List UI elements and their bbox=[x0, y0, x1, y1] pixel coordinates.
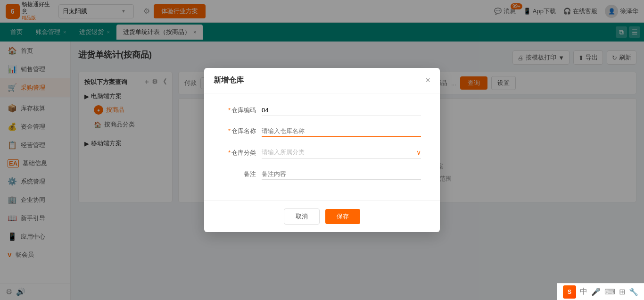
modal-body: *仓库编码 *仓库名称 *仓库分类 请输入所属分类 ∨ bbox=[204, 93, 440, 200]
bottom-bar: S 中 🎤 ⌨ ⊞ 🔧 bbox=[557, 283, 644, 300]
save-button[interactable]: 保存 bbox=[325, 209, 360, 224]
category-arrow-icon: ∨ bbox=[416, 149, 421, 156]
cancel-button[interactable]: 取消 bbox=[284, 208, 320, 225]
mic-icon[interactable]: 🎤 bbox=[591, 287, 601, 296]
warehouse-name-input[interactable] bbox=[262, 125, 421, 137]
remark-input[interactable] bbox=[262, 168, 421, 180]
warehouse-category-select[interactable]: 请输入所属分类 ∨ bbox=[262, 146, 421, 159]
apps2-icon[interactable]: ⊞ bbox=[619, 287, 625, 296]
modal-close-btn[interactable]: × bbox=[425, 75, 430, 85]
form-row-category: *仓库分类 请输入所属分类 ∨ bbox=[223, 146, 421, 159]
form-row-remark: 备注 bbox=[223, 168, 421, 180]
category-placeholder: 请输入所属分类 bbox=[262, 148, 305, 157]
modal-title: 新增仓库 bbox=[214, 75, 244, 85]
bottom-icons: 中 🎤 ⌨ ⊞ 🔧 bbox=[580, 287, 638, 297]
form-label-category: *仓库分类 bbox=[223, 149, 256, 157]
form-row-code: *仓库编码 bbox=[223, 105, 421, 116]
required-star-category: * bbox=[228, 149, 231, 156]
warehouse-code-input[interactable] bbox=[262, 105, 421, 116]
keyboard-icon[interactable]: ⌨ bbox=[604, 287, 615, 296]
chinese-input-icon[interactable]: 中 bbox=[580, 287, 587, 297]
form-label-code: *仓库编码 bbox=[223, 106, 256, 115]
modal-header: 新增仓库 × bbox=[204, 68, 440, 93]
modal: 新增仓库 × *仓库编码 *仓库名称 *仓库分类 bbox=[204, 68, 440, 232]
tools-icon[interactable]: 🔧 bbox=[629, 287, 638, 296]
form-label-name: *仓库名称 bbox=[223, 127, 256, 135]
bottom-logo: S bbox=[563, 285, 576, 299]
required-star-name: * bbox=[228, 127, 231, 134]
form-label-remark: 备注 bbox=[223, 170, 256, 178]
modal-overlay: 新增仓库 × *仓库编码 *仓库名称 *仓库分类 bbox=[0, 0, 644, 300]
modal-footer: 取消 保存 bbox=[204, 200, 440, 232]
required-star-code: * bbox=[228, 107, 231, 114]
form-row-name: *仓库名称 bbox=[223, 125, 421, 137]
